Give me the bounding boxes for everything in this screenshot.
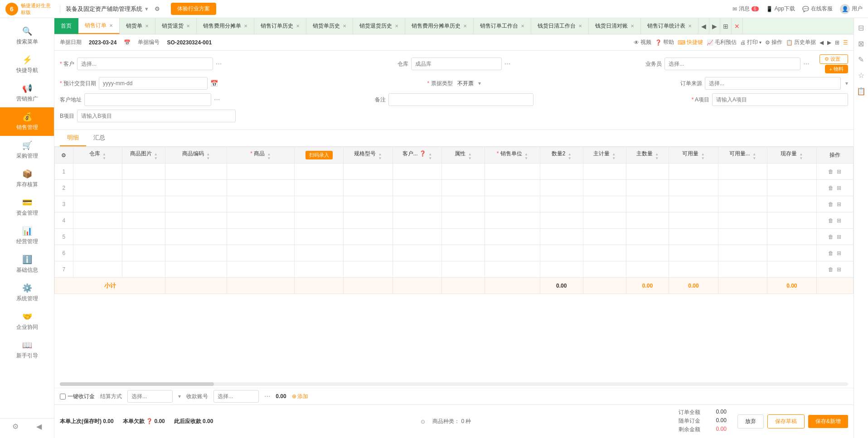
sidebar-item-guide[interactable]: 📖 新手引导 — [0, 336, 54, 364]
app-download-button[interactable]: 📱 App下载 — [766, 5, 795, 13]
copy-row-3-icon[interactable]: ⊞ — [837, 201, 841, 207]
tab-home[interactable]: 首页 — [54, 18, 78, 34]
row-3-main-qty[interactable] — [626, 196, 669, 212]
row-5-qty2[interactable] — [540, 229, 583, 245]
customer-address-input[interactable] — [84, 93, 211, 106]
right-panel-icon-5[interactable]: 📋 — [855, 85, 868, 97]
sidebar-item-search[interactable]: 🔍 搜索菜单 — [0, 22, 54, 50]
row-5-current-stock[interactable] — [767, 229, 816, 245]
dropdown-icon[interactable]: ▾ — [145, 5, 148, 12]
switch-view-btn[interactable]: ◀ — [820, 39, 824, 46]
row-2-current-stock[interactable] — [767, 180, 816, 196]
row-2-product[interactable] — [227, 180, 294, 196]
salesperson-more-btn[interactable]: ··· — [803, 60, 809, 68]
sort-product[interactable]: ▲▼ — [267, 152, 271, 160]
row-6-attributes[interactable] — [442, 245, 485, 261]
close-sales-receipt-tab[interactable]: ✕ — [145, 24, 149, 29]
row-2-sales-unit[interactable] — [485, 180, 540, 196]
b-project-input[interactable] — [77, 110, 236, 122]
row-2-main-qty[interactable] — [626, 180, 669, 196]
account-input[interactable] — [213, 390, 259, 403]
warehouse-more-btn[interactable]: ··· — [504, 60, 510, 68]
row-6-product-code[interactable] — [165, 245, 227, 261]
row-4-sales-unit[interactable] — [485, 212, 540, 229]
delete-row-7-icon[interactable]: 🗑 — [828, 266, 834, 273]
tab-sales-stats[interactable]: 销售订单统计表 ✕ — [641, 18, 698, 34]
row-7-main-qty[interactable] — [626, 261, 669, 278]
row-6-warehouse[interactable] — [73, 245, 122, 261]
add-payment-btn[interactable]: ⊕ 添加 — [292, 393, 308, 400]
sidebar-item-marketing[interactable]: 📢 营销推广 — [0, 79, 54, 107]
sort-product-code[interactable]: ▲▼ — [206, 152, 210, 160]
profit-btn[interactable]: 📈 毛利预估 — [707, 39, 737, 46]
row-2-main-unit[interactable] — [583, 180, 626, 196]
row-3-product-code[interactable] — [165, 196, 227, 212]
copy-row-7-icon[interactable]: ⊞ — [837, 266, 841, 273]
tab-sales-return-history[interactable]: 销货退货历史 ✕ — [353, 18, 405, 34]
sort-customer-code[interactable]: ▲▼ — [428, 152, 432, 160]
row-1-customer-code[interactable] — [393, 164, 441, 180]
customer-code-help-icon[interactable]: ❓ — [419, 150, 426, 157]
row-6-current-stock[interactable] — [767, 245, 816, 261]
customer-more-btn[interactable]: ··· — [216, 60, 222, 68]
tab-sales-receipt-history[interactable]: 销货单历史 ✕ — [306, 18, 353, 34]
th-sales-unit[interactable]: * 销售单位 ▲▼ — [485, 147, 540, 164]
sidebar-item-enterprise[interactable]: 🤝 企业协同 — [0, 307, 54, 336]
shortcut-btn[interactable]: ⌨ 快捷键 — [678, 39, 703, 46]
row-5-customer-code[interactable] — [393, 229, 441, 245]
row-3-sales-unit[interactable] — [485, 196, 540, 212]
row-4-product-code[interactable] — [165, 212, 227, 229]
settings-btn-top[interactable]: ⚙ 设置 — [820, 54, 848, 64]
close-sales-return-tab[interactable]: ✕ — [186, 24, 190, 29]
row-7-product-img[interactable] — [122, 261, 165, 278]
order-source-input[interactable] — [705, 77, 841, 90]
address-more-btn[interactable]: ··· — [214, 96, 220, 104]
row-5-sales-unit[interactable] — [485, 229, 540, 245]
solution-button[interactable]: 体验行业方案 — [171, 3, 216, 15]
close-return-history-tab[interactable]: ✕ — [395, 24, 398, 29]
close-sales-stats-tab[interactable]: ✕ — [688, 24, 692, 29]
th-available[interactable]: 可用量 ▲▼ — [669, 147, 718, 164]
row-1-product-code[interactable] — [165, 164, 227, 180]
row-1-spec[interactable] — [344, 164, 393, 180]
user-button[interactable]: 👤 用户 — [840, 4, 863, 14]
th-qty2[interactable]: 数量2 ▲▼ — [540, 147, 583, 164]
right-panel-icon-1[interactable]: ⊟ — [856, 22, 866, 34]
tab-sales-order[interactable]: 销售订单 ✕ — [78, 18, 120, 34]
detail-tab-mingxi[interactable]: 明细 — [60, 130, 86, 146]
save-new-button[interactable]: 保存&新增 — [808, 415, 848, 428]
delete-row-6-icon[interactable]: 🗑 — [828, 250, 834, 256]
row-3-product[interactable] — [227, 196, 294, 212]
row-3-spec[interactable] — [344, 196, 393, 212]
row-4-product[interactable] — [227, 212, 294, 229]
one-click-checkbox[interactable] — [60, 394, 66, 399]
scrollbar-thumb[interactable] — [60, 382, 214, 386]
tab-expense-history[interactable]: 销售费用分摊单历史 ✕ — [405, 18, 474, 34]
tab-order-workbench[interactable]: 销售订单工作台 ✕ — [474, 18, 531, 34]
right-panel-icon-4[interactable]: ☆ — [856, 69, 866, 82]
settings-bottom-icon[interactable]: ⚙ — [12, 422, 19, 431]
th-product-code[interactable]: 商品编码 ▲▼ — [165, 147, 227, 164]
copy-row-6-icon[interactable]: ⊞ — [837, 250, 841, 256]
row-6-product-img[interactable] — [122, 245, 165, 261]
row-7-qty2[interactable] — [540, 261, 583, 278]
row-7-main-unit[interactable] — [583, 261, 626, 278]
sidebar-item-nav[interactable]: ⚡ 快捷导航 — [0, 50, 54, 79]
row-3-qty2[interactable] — [540, 196, 583, 212]
right-panel-icon-3[interactable]: ✎ — [856, 53, 866, 66]
operation-btn[interactable]: ⚙ 操作 — [765, 39, 782, 46]
table-view-btn[interactable]: ☰ — [843, 39, 848, 46]
row-3-product-img[interactable] — [122, 196, 165, 212]
row-7-available[interactable] — [669, 261, 718, 278]
row-6-customer-code[interactable] — [393, 245, 441, 261]
one-click-checkbox-label[interactable]: 一键收订金 — [60, 393, 95, 400]
th-product-img[interactable]: 商品图片 ▲▼ — [122, 147, 165, 164]
row-5-product-img[interactable] — [122, 229, 165, 245]
a-project-input[interactable] — [712, 93, 848, 106]
row-6-spec[interactable] — [344, 245, 393, 261]
row-1-attributes[interactable] — [442, 164, 485, 180]
row-2-customer-code[interactable] — [393, 180, 441, 196]
discard-button[interactable]: 放弃 — [737, 414, 764, 428]
row-5-product[interactable] — [227, 229, 294, 245]
close-order-workbench-tab[interactable]: ✕ — [521, 24, 524, 29]
